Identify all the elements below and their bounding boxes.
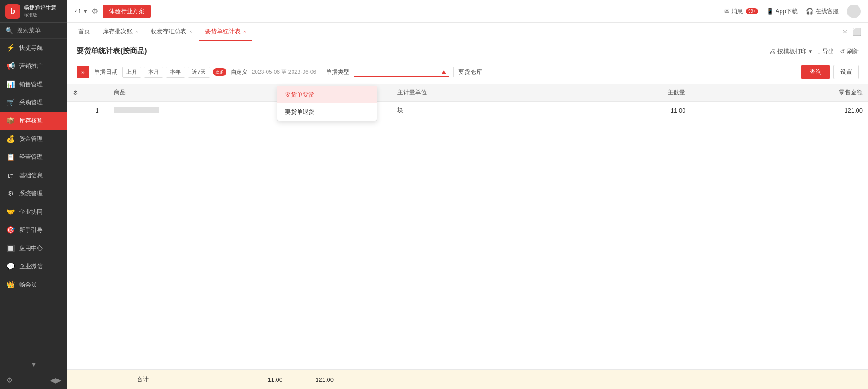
refresh-button[interactable]: ↺ 刷新 [840,47,859,56]
app-center-icon: 🔲 [6,244,15,252]
sidebar-item-app-center[interactable]: 🔲 应用中心 [0,239,67,257]
wechat-icon: 💬 [6,262,15,271]
product-placeholder [114,107,159,113]
type-dropdown: 要货单要货 要货单退货 [277,86,377,121]
sidebar: b 畅捷通好生意 标准版 🔍 搜索菜单 ⚡ 快捷导航 📢 营销推广 📊 销售管理… [0,0,67,389]
type-input[interactable] [356,68,438,75]
sidebar-item-marketing[interactable]: 📢 营销推广 [0,57,67,75]
sidebar-item-guide[interactable]: 🎯 新手引导 [0,221,67,239]
tab-order-stat[interactable]: 要货单统计表 × [199,23,252,41]
settings-icon[interactable]: ⚙ [92,7,98,15]
table-footer: 合计 11.00 121.00 [67,369,868,389]
date-label: 单据日期 [94,68,118,76]
operation-icon: 📋 [6,153,15,161]
online-service-button[interactable]: 🎧 在线客服 [806,7,839,15]
export-button[interactable]: ↓ 导出 [817,47,834,56]
warehouse-label: 要货仓库 [458,68,482,76]
tab-order-stat-close[interactable]: × [243,29,246,34]
query-button[interactable]: 查询 [801,65,830,79]
table-body: 1 块 11.00 121.00 [67,102,868,119]
filter-separator [321,67,321,77]
user-avatar[interactable] [847,5,861,18]
phone-icon: 📱 [766,8,774,15]
quick-nav-icon: ⚡ [6,44,15,52]
export-icon: ↓ [817,48,821,55]
more-badge[interactable]: 更多 [213,68,226,76]
messages-button[interactable]: ✉ 消息 99+ [724,7,758,15]
sidebar-item-quick-nav[interactable]: ⚡ 快捷导航 [0,39,67,57]
cur-month-button[interactable]: 本月 [144,67,163,78]
warehouse-more-icon[interactable]: ··· [487,68,493,76]
chevron-down-print-icon: ▾ [809,48,812,55]
last7-button[interactable]: 近7天 [188,67,210,78]
settings-button[interactable]: 设置 [833,65,859,79]
main-area: 41 ▾ ⚙ 体验行业方案 ✉ 消息 99+ 📱 App下载 🎧 在线客服 [67,0,868,389]
tab-home[interactable]: 首页 [72,23,97,41]
dropdown-item-order-goods[interactable]: 要货单要货 [277,86,377,103]
sidebar-item-inventory[interactable]: 📦 库存核算 [0,112,67,130]
inventory-icon: 📦 [6,117,15,125]
page-header-actions: 🖨 按模板打印 ▾ ↓ 导出 ↺ 刷新 [769,47,859,56]
table-amount-col: 零售金额 [691,84,868,102]
system-icon: ⚙ [6,189,15,198]
app-download-button[interactable]: 📱 App下载 [766,7,798,15]
basic-icon: 🗂 [6,172,15,179]
cur-year-button[interactable]: 本年 [166,67,185,78]
sidebar-item-purchase[interactable]: 🛒 采购管理 [0,93,67,112]
settings-footer-icon[interactable]: ⚙ [6,376,13,384]
custom-date-button[interactable]: 自定义 [231,68,247,76]
members-icon: 👑 [6,281,15,289]
type-chevron-up-icon[interactable]: ▲ [441,68,447,75]
collapse-icon[interactable]: ◀▶ [50,376,61,384]
sidebar-item-enterprise[interactable]: 🤝 企业协同 [0,203,67,221]
footer-total-qty: 11.00 [246,376,282,383]
filter-expand-button[interactable]: » [77,66,89,78]
table-index-col [86,84,108,102]
tabs-close-all[interactable]: × [839,28,851,36]
prev-month-button[interactable]: 上月 [122,67,141,78]
search-icon: 🔍 [5,27,13,34]
store-selector[interactable]: 41 ▾ [75,8,87,15]
filter-actions: 查询 设置 [801,65,859,79]
table-settings-col[interactable]: ⚙ [67,84,86,102]
table-header: ⚙ 商品 主计量单位 主数量 零售金额 [67,84,868,102]
tab-batch[interactable]: 库存批次账 × [97,23,144,41]
sidebar-footer: ⚙ ◀▶ [0,371,67,389]
page-title: 要货单统计表(按商品) [77,46,147,56]
tab-batch-close[interactable]: × [135,29,138,34]
footer-total-amount: 121.00 [288,376,334,383]
dropdown-item-order-return[interactable]: 要货单退货 [277,103,377,121]
finance-icon: 💰 [6,135,15,143]
table-unit-col: 主计量单位 [392,84,550,102]
tab-dispatch[interactable]: 收发存汇总表 × [144,23,198,41]
sidebar-item-operation[interactable]: 📋 经营管理 [0,148,67,166]
sidebar-item-sales[interactable]: 📊 销售管理 [0,75,67,93]
footer-totals: 合计 11.00 121.00 [73,375,863,384]
tab-dispatch-close[interactable]: × [189,29,192,34]
sidebar-item-system[interactable]: ⚙ 系统管理 [0,184,67,203]
table-qty-col: 主数量 [550,84,691,102]
type-label: 单据类型 [326,68,349,76]
sidebar-search[interactable]: 🔍 搜索菜单 [0,23,67,39]
row-amount-cell: 121.00 [691,102,868,119]
sidebar-item-basic[interactable]: 🗂 基础信息 [0,166,67,184]
sidebar-scroll-down[interactable]: ▼ [0,358,67,371]
tabs-expand[interactable]: ⬜ [851,27,863,36]
row-unit-cell: 块 [392,102,550,119]
enterprise-icon: 🤝 [6,208,15,216]
topbar-right: ✉ 消息 99+ 📱 App下载 🎧 在线客服 [724,5,861,18]
table-container: ⚙ 商品 主计量单位 主数量 零售金额 1 [67,84,868,369]
app-logo-icon: b [5,4,20,19]
type-input-wrapper: ▲ [354,67,449,77]
filter-bar: » 单据日期 上月 本月 本年 近7天 更多 自定义 2023-05-06 至 … [67,60,868,84]
print-template-button[interactable]: 🖨 按模板打印 ▾ [769,47,812,56]
trial-button[interactable]: 体验行业方案 [103,5,151,18]
print-icon: 🖨 [769,48,776,55]
app-logo-text: 畅捷通好生意 标准版 [24,5,56,18]
sidebar-item-members[interactable]: 👑 畅会员 [0,276,67,294]
chevron-down-icon: ▾ [84,8,87,15]
row-qty-cell: 11.00 [550,102,691,119]
sidebar-item-finance[interactable]: 💰 资金管理 [0,130,67,148]
sidebar-item-wechat[interactable]: 💬 企业微信 [0,257,67,276]
footer-total-label: 合计 [137,375,210,384]
